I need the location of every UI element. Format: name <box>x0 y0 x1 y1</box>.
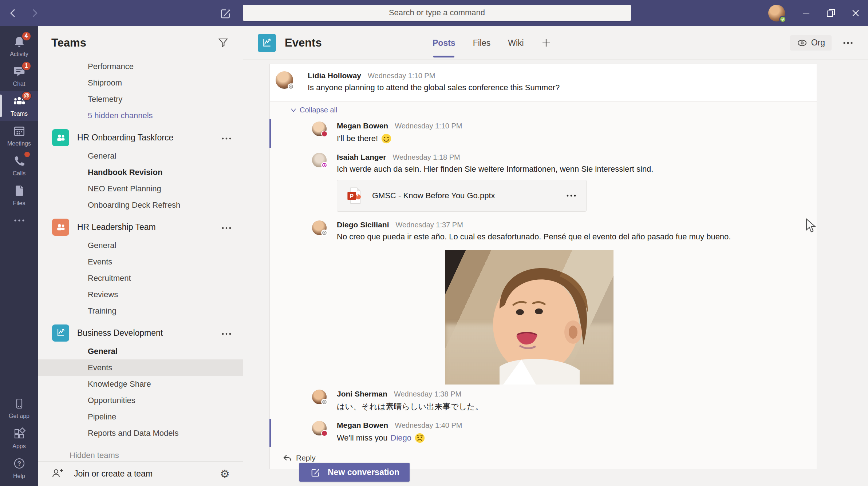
tab-files[interactable]: Files <box>473 26 491 60</box>
channel-item[interactable]: Pipeline <box>38 409 243 425</box>
mention-link[interactable]: Diego <box>391 433 411 443</box>
rail-item-activity[interactable]: 4 Activity <box>0 31 38 61</box>
message-reply[interactable]: Megan Bowen Wednesday 1:40 PM We'll miss… <box>270 417 817 449</box>
rail-item-files[interactable]: Files <box>0 180 38 210</box>
unread-marker <box>269 119 271 148</box>
gear-icon[interactable]: ⚙ <box>220 469 230 479</box>
channel-chart-icon <box>258 34 276 52</box>
tab-wiki[interactable]: Wiki <box>508 26 524 60</box>
message-author[interactable]: Megan Bowen <box>337 122 388 130</box>
crying-baby-gif[interactable] <box>445 250 613 385</box>
avatar[interactable] <box>312 390 327 404</box>
channel-item[interactable]: Recruitment <box>38 270 243 286</box>
avatar[interactable] <box>312 122 327 136</box>
channel-item-events-selected[interactable]: Events <box>38 359 243 376</box>
hidden-channels-link[interactable]: 5 hidden channels <box>38 107 243 124</box>
message-timestamp: Wednesday 1:40 PM <box>395 421 462 430</box>
team-more-icon[interactable] <box>221 328 232 338</box>
channel-item[interactable]: Knowledge Share <box>38 376 243 392</box>
rail-item-apps[interactable]: Apps <box>0 423 38 453</box>
message-root[interactable]: Lidia Holloway Wednesday 1:10 PM Is anyo… <box>270 64 817 101</box>
rail-item-teams[interactable]: @ Teams <box>0 91 38 121</box>
team-hr-onboarding-taskforce[interactable]: HR Onboarding Taskforce <box>38 127 243 148</box>
channel-item[interactable]: Opportunities <box>38 392 243 409</box>
channel-item[interactable]: Handbook Revision <box>38 164 243 180</box>
message-timestamp: Wednesday 1:37 PM <box>396 221 463 229</box>
channel-item[interactable]: Telemetry <box>38 91 243 107</box>
smiling-face-emoji <box>381 133 392 144</box>
channel-item[interactable]: Shiproom <box>38 75 243 91</box>
message-author[interactable]: Joni Sherman <box>337 390 387 398</box>
sidebar-footer: Join or create a team ⚙ <box>38 461 243 486</box>
profile-avatar[interactable] <box>768 5 785 21</box>
rail-item-get-app[interactable]: Get app <box>0 394 38 423</box>
avatar[interactable] <box>312 220 327 235</box>
close-button[interactable] <box>843 0 868 26</box>
team-more-icon[interactable] <box>221 133 232 143</box>
new-chat-icon[interactable] <box>218 6 232 21</box>
attachment-more-icon[interactable] <box>566 192 577 199</box>
activity-badge: 4 <box>21 31 31 41</box>
rail-item-calls[interactable]: Calls <box>0 151 38 180</box>
avatar[interactable] <box>312 421 327 435</box>
channel-item[interactable]: General <box>38 343 243 359</box>
channel-item[interactable]: NEO Event Planning <box>38 180 243 197</box>
message-author[interactable]: Megan Bowen <box>337 421 388 430</box>
team-more-icon[interactable] <box>221 222 232 232</box>
search-input[interactable]: Search or type a command <box>243 5 631 21</box>
forward-button[interactable] <box>30 8 39 19</box>
team-business-development[interactable]: Business Development <box>38 323 243 343</box>
channel-item[interactable]: Reports and Data Models <box>38 425 243 441</box>
channel-header: Events Posts Files Wiki Org <box>243 26 868 60</box>
tab-posts[interactable]: Posts <box>433 26 455 60</box>
chat-icon: 1 <box>13 65 25 79</box>
channel-item[interactable]: General <box>38 148 243 164</box>
rail-item-meetings[interactable]: Meetings <box>0 121 38 151</box>
team-hr-leadership-team[interactable]: HR Leadership Team <box>38 217 243 237</box>
channel-item[interactable]: Performance <box>38 58 243 75</box>
message-author[interactable]: Isaiah Langer <box>337 153 386 162</box>
message-author[interactable]: Diego Siciliani <box>337 220 389 229</box>
message-reply[interactable]: Isaiah Langer Wednesday 1:18 PM Ich werd… <box>270 149 817 217</box>
message-reply[interactable]: Joni Sherman Wednesday 1:38 PM はい、それは素晴ら… <box>270 386 817 417</box>
channel-item[interactable]: Onboarding Deck Refresh <box>38 197 243 213</box>
rail-item-label: Teams <box>11 111 28 117</box>
message-timestamp: Wednesday 1:38 PM <box>394 390 461 398</box>
avatar[interactable] <box>312 153 327 167</box>
message-author[interactable]: Lidia Holloway <box>308 71 361 80</box>
teams-icon: @ <box>13 95 26 109</box>
channel-item[interactable]: Events <box>38 254 243 270</box>
channel-more-icon[interactable] <box>843 40 853 46</box>
channel-item[interactable]: Reviews <box>38 286 243 303</box>
svg-text:P: P <box>350 193 354 199</box>
add-tab-icon[interactable] <box>541 38 551 48</box>
restore-window-button[interactable] <box>818 0 843 26</box>
eye-icon <box>797 39 808 47</box>
new-conversation-button[interactable]: New conversation <box>299 463 410 482</box>
join-or-create-team-button[interactable]: Join or create a team <box>74 469 153 479</box>
message-text: No creo que pueda ir este año. Lo cual e… <box>337 232 731 242</box>
main-content: Events Posts Files Wiki Org <box>243 26 868 486</box>
filter-icon[interactable] <box>217 36 229 49</box>
attachment-filename[interactable]: GMSC - Know Before You Go.pptx <box>372 191 495 200</box>
collapse-all-button[interactable]: Collapse all <box>270 101 817 118</box>
minimize-button[interactable] <box>794 0 818 26</box>
hidden-teams-label[interactable]: Hidden teams <box>38 451 243 458</box>
chevron-down-icon <box>291 108 296 112</box>
more-apps-icon[interactable] <box>0 210 38 231</box>
rail-item-chat[interactable]: 1 Chat <box>0 61 38 91</box>
message-text: I'll be there! <box>337 134 378 143</box>
org-visibility-button[interactable]: Org <box>790 35 832 51</box>
channel-item[interactable]: General <box>38 237 243 254</box>
back-button[interactable] <box>8 8 17 19</box>
mouse-cursor <box>805 218 818 236</box>
channel-item[interactable]: Training <box>38 303 243 319</box>
reply-arrow-icon <box>283 454 292 462</box>
attachment-card[interactable]: P GMSC - Know Before You Go.pptx <box>337 180 587 212</box>
message-reply[interactable]: Diego Siciliani Wednesday 1:37 PM No cre… <box>270 217 817 247</box>
avatar[interactable] <box>276 71 293 89</box>
message-text: Ich werde auch da sein. Hier finden Sie … <box>337 164 653 174</box>
rail-item-help[interactable]: ? Help <box>0 453 38 483</box>
message-reply[interactable]: Megan Bowen Wednesday 1:10 PM I'll be th… <box>270 118 817 149</box>
rail-item-label: Help <box>13 473 25 479</box>
